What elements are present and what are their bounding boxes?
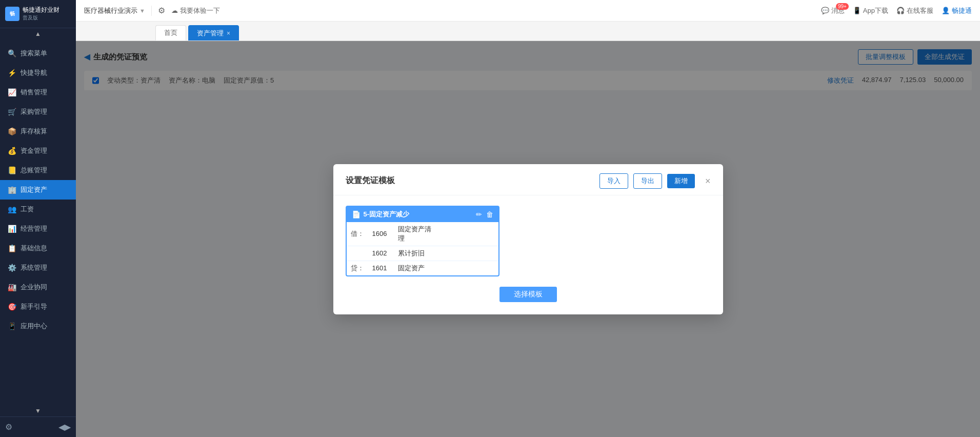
topbar-divider (151, 6, 152, 16)
select-template-btn[interactable]: 选择模板 (499, 287, 557, 302)
main-area: 医疗器械行业演示 ▼ ⚙ ☁ 我要体验一下 💬 消息 99+ 📱 App下载 (76, 0, 980, 437)
sidebar-item-sys-mgmt[interactable]: ⚙️ 系统管理 (0, 258, 76, 277)
sidebar-item-enterprise[interactable]: 🏭 企业协同 (0, 277, 76, 297)
template-card: 📄 5-固定资产减少 ✏ 🗑 借： 1606 固定资产清理 (346, 206, 499, 276)
template-entry-row: 1602 累计折旧 (347, 246, 498, 261)
topbar-app-download[interactable]: 📱 App下载 (853, 6, 888, 15)
nav-label-sys-mgmt: 系统管理 (21, 263, 47, 272)
sidebar-item-inventory[interactable]: 📦 库存核算 (0, 122, 76, 141)
template-entries-table: 借： 1606 固定资产清理 1602 累计折旧 贷： 1601 固定资产 (347, 222, 498, 275)
sidebar-header: 畅 畅捷通好业财 普及版 (0, 0, 76, 28)
entry-code: 1601 (368, 261, 394, 275)
sidebar-item-app-center[interactable]: 📱 应用中心 (0, 316, 76, 336)
nav-icon-app-center: 📱 (7, 322, 16, 331)
nav-icon-operations: 📊 (7, 224, 16, 233)
nav-icon-sales: 📈 (7, 88, 16, 97)
template-delete-icon[interactable]: 🗑 (486, 210, 493, 218)
modal-close-btn[interactable]: × (705, 176, 711, 186)
topbar-support-icon: 🎧 (896, 7, 905, 14)
sidebar-item-sales[interactable]: 📈 销售管理 (0, 83, 76, 102)
topbar-messages-icon: 💬 (821, 7, 829, 14)
nav-label-payroll: 工资 (21, 205, 34, 214)
tab-close-icon[interactable]: × (227, 30, 230, 37)
template-card-title: 📄 5-固定资产减少 (352, 210, 410, 219)
nav-label-search: 搜索菜单 (21, 49, 47, 58)
topbar-experience[interactable]: ☁ 我要体验一下 (171, 6, 220, 15)
nav-label-operations: 经营管理 (21, 224, 47, 233)
entry-amount2 (468, 261, 498, 275)
nav-label-enterprise: 企业协同 (21, 283, 47, 292)
modal-header-actions: 导入 导出 新增 × (599, 173, 711, 189)
sidebar-item-fixed-assets[interactable]: 🏢 固定资产 (0, 180, 76, 200)
sidebar-logo: 畅 (5, 7, 19, 21)
sidebar-item-operations[interactable]: 📊 经营管理 (0, 219, 76, 239)
nav-label-ledger: 总账管理 (21, 166, 47, 175)
entry-amount (437, 246, 468, 261)
tab-home[interactable]: 首页 (155, 25, 186, 41)
sidebar-item-search[interactable]: 🔍 搜索菜单 (0, 44, 76, 63)
modal-dialog: 设置凭证模板 导入 导出 新增 × 📄 (333, 164, 723, 314)
sidebar-bottom: ⚙ ◀▶ (0, 416, 76, 437)
topbar-company[interactable]: 医疗器械行业演示 ▼ (84, 6, 145, 15)
sidebar: 畅 畅捷通好业财 普及版 ▲ 🔍 搜索菜单 ⚡ 快捷导航 📈 销售管理 🛒 采购… (0, 0, 76, 437)
modal-header: 设置凭证模板 导入 导出 新增 × (333, 164, 723, 195)
nav-icon-payroll: 👥 (7, 205, 16, 214)
sidebar-item-base-info[interactable]: 📋 基础信息 (0, 239, 76, 258)
template-entry-row: 借： 1606 固定资产清理 (347, 222, 498, 246)
nav-label-guide: 新手引导 (21, 302, 47, 311)
nav-label-app-center: 应用中心 (21, 322, 47, 331)
nav-label-purchase: 采购管理 (21, 107, 47, 116)
export-btn[interactable]: 导出 (633, 173, 662, 189)
nav-icon-fund: 💰 (7, 146, 16, 155)
sidebar-settings-icon[interactable]: ⚙ (5, 422, 12, 432)
entry-code: 1602 (368, 246, 394, 261)
sidebar-item-quick-nav[interactable]: ⚡ 快捷导航 (0, 63, 76, 83)
nav-icon-inventory: 📦 (7, 127, 16, 136)
nav-icon-quick-nav: ⚡ (7, 68, 16, 77)
nav-icon-sys-mgmt: ⚙️ (7, 263, 16, 272)
template-card-header: 📄 5-固定资产减少 ✏ 🗑 (347, 207, 498, 222)
sidebar-scroll-up[interactable]: ▲ (0, 28, 76, 39)
new-btn[interactable]: 新增 (667, 174, 695, 188)
template-edit-icon[interactable]: ✏ (476, 210, 482, 218)
import-btn[interactable]: 导入 (599, 173, 628, 189)
nav-label-inventory: 库存核算 (21, 127, 47, 136)
nav-icon-purchase: 🛒 (7, 107, 16, 116)
sidebar-item-guide[interactable]: 🎯 新手引导 (0, 297, 76, 316)
entry-direction: 贷： (347, 261, 368, 275)
modal-overlay: 设置凭证模板 导入 导出 新增 × 📄 (76, 41, 980, 437)
topbar-settings-icon[interactable]: ⚙ (158, 6, 165, 15)
nav-label-base-info: 基础信息 (21, 244, 47, 253)
entry-code: 1606 (368, 222, 394, 246)
topbar-user-icon: 👤 (942, 7, 950, 14)
topbar-online-support[interactable]: 🎧 在线客服 (896, 6, 933, 15)
sidebar-item-fund[interactable]: 💰 资金管理 (0, 141, 76, 161)
nav-label-quick-nav: 快捷导航 (21, 68, 47, 77)
select-btn-container: 选择模板 (346, 287, 711, 302)
sidebar-item-purchase[interactable]: 🛒 采购管理 (0, 102, 76, 122)
topbar-right: 💬 消息 99+ 📱 App下载 🎧 在线客服 👤 畅捷通 (821, 6, 972, 15)
entry-amount (437, 222, 468, 246)
sidebar-collapse-icon[interactable]: ◀▶ (58, 422, 71, 432)
topbar-company-arrow-icon: ▼ (139, 8, 145, 14)
nav-icon-enterprise: 🏭 (7, 283, 16, 292)
nav-icon-base-info: 📋 (7, 244, 16, 253)
entry-amount2 (468, 222, 498, 246)
topbar: 医疗器械行业演示 ▼ ⚙ ☁ 我要体验一下 💬 消息 99+ 📱 App下载 (76, 0, 980, 22)
sidebar-item-payroll[interactable]: 👥 工资 (0, 200, 76, 219)
nav-label-fixed-assets: 固定资产 (21, 185, 47, 194)
app-title: 畅捷通好业财 (23, 6, 59, 14)
topbar-messages[interactable]: 💬 消息 99+ (821, 6, 845, 15)
nav-icon-guide: 🎯 (7, 302, 16, 311)
template-card-actions: ✏ 🗑 (476, 210, 493, 218)
messages-badge: 99+ (836, 3, 849, 10)
entry-name: 固定资产清理 (394, 222, 437, 246)
tab-asset-mgmt[interactable]: 资产管理 × (188, 25, 239, 41)
topbar-user[interactable]: 👤 畅捷通 (942, 6, 972, 15)
page-content: ◀ 生成的凭证预览 批量调整模板 全部生成凭证 变动类型：资产清 资产名称：电脑… (76, 41, 980, 437)
entry-amount2 (468, 246, 498, 261)
app-container: 畅 畅捷通好业财 普及版 ▲ 🔍 搜索菜单 ⚡ 快捷导航 📈 销售管理 🛒 采购… (0, 0, 980, 437)
sidebar-scroll-down[interactable]: ▼ (0, 405, 76, 416)
topbar-app-icon: 📱 (853, 7, 861, 14)
sidebar-item-ledger[interactable]: 📒 总账管理 (0, 161, 76, 180)
